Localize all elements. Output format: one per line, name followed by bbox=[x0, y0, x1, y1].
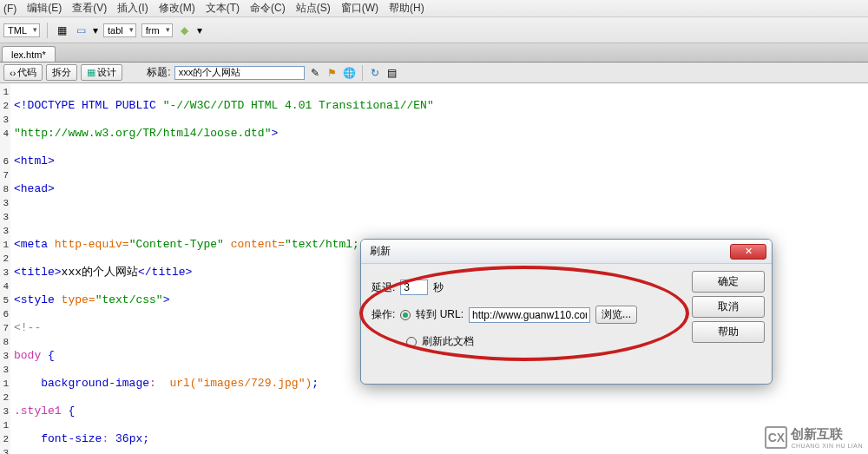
design-view-button[interactable]: ▦ 设计 bbox=[81, 64, 122, 81]
delay-unit: 秒 bbox=[433, 280, 444, 295]
menu-site[interactable]: 站点(S) bbox=[296, 1, 331, 16]
diamond-icon[interactable]: ◆ bbox=[178, 23, 192, 37]
watermark-logo-icon: CX bbox=[765, 426, 787, 449]
tabl-dropdown[interactable]: tabl bbox=[103, 23, 136, 37]
close-button[interactable]: ✕ bbox=[730, 244, 766, 260]
globe-icon[interactable]: 🌐 bbox=[343, 66, 357, 80]
watermark-sub: CHUANG XIN HU LIAN bbox=[791, 443, 863, 449]
cancel-button[interactable]: 取消 bbox=[692, 296, 765, 318]
menu-file[interactable]: (F) bbox=[3, 3, 16, 15]
line-gutter: 1234 67833 31234 56783 31231 23 bbox=[0, 83, 10, 454]
menu-edit[interactable]: 编辑(E) bbox=[27, 1, 62, 16]
table-icon[interactable]: ▦ bbox=[55, 23, 69, 37]
dialog-title-text: 刷新 bbox=[370, 244, 391, 259]
refresh-icon[interactable]: ↻ bbox=[368, 66, 382, 80]
menu-window[interactable]: 窗口(W) bbox=[341, 1, 378, 16]
watermark-brand: 创新互联 bbox=[791, 426, 863, 443]
menu-help[interactable]: 帮助(H) bbox=[389, 1, 424, 16]
radio-goto-url[interactable] bbox=[400, 310, 411, 320]
separator bbox=[362, 65, 363, 81]
menu-bar: (F) 编辑(E) 查看(V) 插入(I) 修改(M) 文本(T) 命令(C) … bbox=[0, 0, 868, 17]
watermark: CX 创新互联 CHUANG XIN HU LIAN bbox=[765, 426, 863, 449]
code-view-button[interactable]: ‹›代码 bbox=[3, 64, 43, 81]
delay-input[interactable] bbox=[400, 280, 428, 295]
document-tabs: lex.htm* bbox=[0, 43, 868, 63]
split-view-button[interactable]: 拆分 bbox=[46, 64, 77, 81]
refresh-dialog: 刷新 ✕ 延迟: 秒 操作: 转到 URL: 浏览... 刷新此文档 bbox=[360, 239, 773, 385]
goto-url-label: 转到 URL: bbox=[416, 307, 464, 322]
frm-dropdown[interactable]: frm bbox=[141, 23, 173, 37]
title-label: 标题: bbox=[147, 65, 170, 80]
action-label: 操作: bbox=[372, 307, 395, 322]
menu-insert[interactable]: 插入(I) bbox=[117, 1, 148, 16]
url-input[interactable] bbox=[469, 307, 590, 323]
help-button[interactable]: 帮助 bbox=[692, 321, 765, 343]
menu-command[interactable]: 命令(C) bbox=[250, 1, 286, 16]
refresh-doc-label: 刷新此文档 bbox=[422, 334, 474, 349]
close-icon: ✕ bbox=[745, 246, 753, 257]
dialog-titlebar[interactable]: 刷新 ✕ bbox=[361, 240, 772, 264]
separator bbox=[47, 23, 48, 38]
type-dropdown[interactable]: TML bbox=[3, 23, 40, 37]
page-title-input[interactable] bbox=[174, 66, 305, 80]
layout-icon[interactable]: ▭ bbox=[74, 23, 88, 37]
check-icon[interactable]: ⚑ bbox=[326, 66, 339, 80]
menu-view[interactable]: 查看(V) bbox=[72, 1, 107, 16]
view-toolbar: ‹›代码 拆分 ▦ 设计 标题: ✎ ⚑ 🌐 ↻ ▤ bbox=[0, 63, 868, 83]
ok-button[interactable]: 确定 bbox=[692, 271, 765, 293]
radio-refresh-doc[interactable] bbox=[406, 337, 417, 347]
delay-label: 延迟: bbox=[372, 280, 395, 295]
options-icon[interactable]: ▤ bbox=[385, 66, 399, 80]
settings-icon[interactable]: ✎ bbox=[308, 66, 322, 80]
menu-text[interactable]: 文本(T) bbox=[206, 1, 240, 16]
browse-button[interactable]: 浏览... bbox=[595, 306, 637, 324]
tab-filename: lex.htm* bbox=[11, 49, 46, 60]
insert-toolbar: TML ▦ ▭ ▾ tabl frm ◆ ▾ bbox=[0, 17, 868, 43]
tab-file[interactable]: lex.htm* bbox=[2, 46, 56, 62]
menu-modify[interactable]: 修改(M) bbox=[159, 1, 195, 16]
